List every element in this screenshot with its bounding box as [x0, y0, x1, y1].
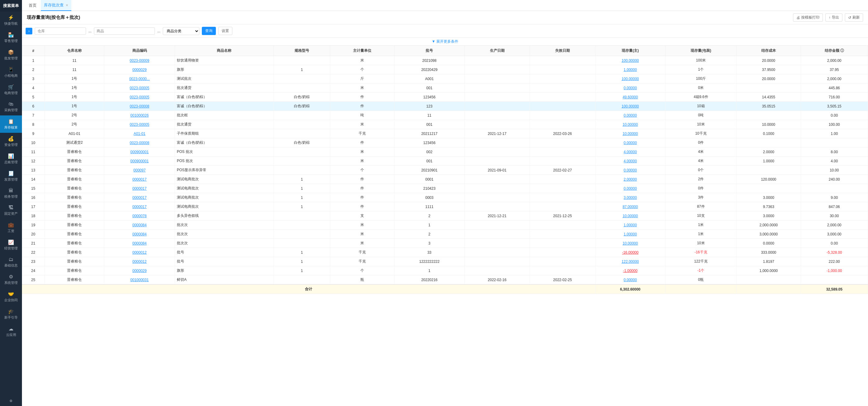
table-cell[interactable]: 100.00000: [595, 56, 665, 65]
table-cell: [530, 120, 595, 129]
table-row: 18晋睿粮仓0000078多头异色钗线支22021-12-212021-12-2…: [22, 211, 868, 221]
table-cell[interactable]: 0000084: [104, 221, 175, 230]
sidebar-item-overall[interactable]: 📊 总账管理: [0, 150, 22, 168]
table-cell[interactable]: 3.00000: [595, 193, 665, 202]
sidebar-item-cloud[interactable]: ☁ 云应用: [0, 323, 22, 340]
table-cell[interactable]: 1.00000: [595, 221, 665, 230]
filter-nav-button[interactable]: ›: [26, 28, 32, 34]
sidebar-item-retail[interactable]: 🏪 零售管理: [0, 29, 22, 46]
table-cell: 1: [22, 56, 45, 65]
table-cell: 16: [22, 193, 45, 202]
table-cell[interactable]: 001000026: [104, 111, 175, 120]
table-cell[interactable]: 0.00000: [595, 83, 665, 93]
table-cell: [530, 138, 595, 147]
table-cell[interactable]: 0023-00005: [104, 120, 175, 129]
refresh-button[interactable]: ↺ 刷新: [845, 13, 863, 22]
table-cell[interactable]: 0023-00009: [104, 56, 175, 65]
table-cell[interactable]: A01-01: [104, 129, 175, 138]
table-cell[interactable]: 1.00000: [595, 65, 665, 74]
table-cell[interactable]: 10.00000: [595, 120, 665, 129]
table-cell[interactable]: 0023-00008: [104, 102, 175, 111]
table-cell[interactable]: 1.00000: [595, 230, 665, 239]
sidebar-item-collab[interactable]: 🤝 企业协同: [0, 288, 22, 305]
table-cell[interactable]: 001000031: [104, 275, 175, 285]
table-cell[interactable]: 0023-00005: [104, 83, 175, 93]
table-cell[interactable]: 4.00000: [595, 147, 665, 157]
table-cell: 测试电商批次: [175, 193, 274, 202]
table-cell[interactable]: 100.00000: [595, 102, 665, 111]
category-filter[interactable]: 商品分类: [163, 27, 199, 35]
sidebar-item-invoice[interactable]: 🧾 发票管理: [0, 168, 22, 185]
table-cell: 米: [330, 56, 394, 65]
table-cell[interactable]: 10.00000: [595, 239, 665, 248]
export-button[interactable]: ↑ 导出: [825, 13, 842, 22]
table-cell[interactable]: 000900001: [104, 147, 175, 157]
table-cell[interactable]: 0023-00008: [104, 138, 175, 147]
settings-filter-button[interactable]: 设置: [218, 27, 232, 35]
table-cell[interactable]: 0000017: [104, 202, 175, 211]
product-filter[interactable]: [94, 27, 155, 35]
table-cell: 001: [394, 120, 464, 129]
sidebar-settings[interactable]: ⚙: [0, 396, 22, 406]
table-cell[interactable]: 4.00000: [595, 157, 665, 166]
table-cell[interactable]: 100.00000: [595, 74, 665, 83]
table-row: 11晋睿粮仓000900001POS 批次米0024.000004米2.0000…: [22, 147, 868, 157]
table-cell[interactable]: 0000078: [104, 211, 175, 221]
table-cell[interactable]: -16.00000: [595, 248, 665, 257]
table-cell[interactable]: 10.00000: [595, 129, 665, 138]
sidebar-item-wholesale[interactable]: 📦 批发管理: [0, 46, 22, 64]
sidebar-item-tax[interactable]: 🏛 税务管理: [0, 185, 22, 202]
table-cell[interactable]: 0.00000: [595, 166, 665, 175]
table-cell[interactable]: 0000029: [104, 266, 175, 275]
sidebar-item-mini-shop[interactable]: 📱 小程电商: [0, 64, 22, 81]
print-button[interactable]: 🖨 按模板打印: [793, 13, 823, 22]
sidebar-item-fixed-asset[interactable]: 🏗 固定资产: [0, 202, 22, 219]
table-cell[interactable]: 0000017: [104, 175, 175, 184]
table-cell: [464, 102, 530, 111]
sidebar-item-asset[interactable]: 💰 资金管理: [0, 133, 22, 150]
col-no: #: [22, 46, 45, 56]
table-cell[interactable]: 2.00000: [595, 175, 665, 184]
table-cell: [274, 221, 330, 230]
table-cell[interactable]: 0000084: [104, 230, 175, 239]
search-button[interactable]: 查询: [202, 27, 216, 35]
sidebar-item-labor[interactable]: 💼 工资: [0, 219, 22, 236]
table-cell[interactable]: 0000029: [104, 65, 175, 74]
table-cell[interactable]: 0000017: [104, 193, 175, 202]
table-cell: 23: [22, 257, 45, 266]
sidebar-logo[interactable]: 搜索菜单: [0, 0, 22, 11]
sidebar-item-business[interactable]: 📈 经营管理: [0, 236, 22, 254]
table-cell[interactable]: 0.00000: [595, 184, 665, 193]
table-cell[interactable]: 0.00000: [595, 275, 665, 285]
tab-close-icon[interactable]: ✕: [66, 0, 68, 11]
table-cell[interactable]: 0023-0000...: [104, 74, 175, 83]
sidebar-item-newbie[interactable]: 🎓 新手引导: [0, 305, 22, 323]
filter-expand[interactable]: ▼ 展开更多条件: [22, 38, 868, 46]
sidebar-item-system[interactable]: ⚙ 系统管理: [0, 271, 22, 288]
table-cell[interactable]: 0.00000: [595, 138, 665, 147]
sidebar-item-purchase[interactable]: 🛍 采购管理: [0, 98, 22, 115]
table-cell[interactable]: -1.00000: [595, 266, 665, 275]
tab-inventory-batch-label: 库存批次查: [44, 0, 64, 11]
table-cell[interactable]: 000097: [104, 166, 175, 175]
warehouse-filter[interactable]: [35, 27, 86, 35]
table-cell[interactable]: 122.00000: [595, 257, 665, 266]
sidebar-item-ecom[interactable]: 🛒 电商管理: [0, 81, 22, 98]
table-cell[interactable]: 0023-00005: [104, 93, 175, 102]
table-cell: 晋睿粮仓: [45, 147, 104, 157]
table-cell[interactable]: 0000012: [104, 248, 175, 257]
table-cell[interactable]: 49.60000: [595, 93, 665, 102]
table-cell[interactable]: 000900001: [104, 157, 175, 166]
tab-home[interactable]: 首页: [24, 0, 41, 11]
table-cell[interactable]: 87.00000: [595, 202, 665, 211]
sidebar-item-inventory[interactable]: 📋 库存核算: [0, 115, 22, 133]
table-cell[interactable]: 0000017: [104, 184, 175, 193]
sidebar-item-basic[interactable]: 🗂 基础信息: [0, 254, 22, 271]
table-cell[interactable]: 10.00000: [595, 211, 665, 221]
table-cell[interactable]: 0000012: [104, 257, 175, 266]
table-cell[interactable]: 0000084: [104, 239, 175, 248]
sidebar-item-quick-nav[interactable]: ⚡ 快捷导航: [0, 11, 22, 29]
table-cell: 个: [330, 65, 394, 74]
table-cell[interactable]: 0.00000: [595, 111, 665, 120]
tab-inventory-batch[interactable]: 库存批次查 ✕: [41, 0, 71, 11]
